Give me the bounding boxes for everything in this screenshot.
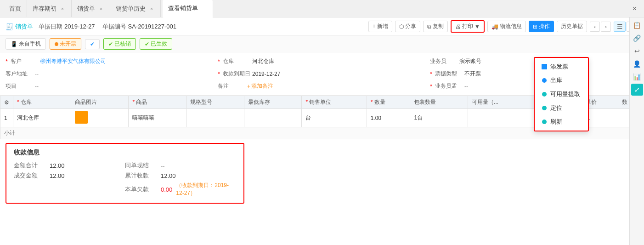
tab-bar: 首页 库存期初 × 销货单 × 销货单历史 × 查看销货单 × × <box>0 0 644 17</box>
due-date-field: * 收款到期日 2019-12-27 <box>218 68 426 79</box>
available-qty-icon <box>541 91 548 97</box>
tab-close-history[interactable]: × <box>148 6 155 12</box>
col-product: 商品 <box>129 96 186 109</box>
row-warehouse: 河北仓库 <box>13 109 71 127</box>
share-icon: ⬡ <box>399 23 404 30</box>
row-pack-qty: 1台 <box>410 109 468 127</box>
sidebar-icon-return[interactable]: ↩ <box>631 45 643 57</box>
effect-button[interactable]: ✔ 已生效 <box>140 38 172 50</box>
col-spec: 规格型号 <box>186 96 244 109</box>
nav-arrows: ‹ › <box>590 22 611 32</box>
doc-number-field: 单据编号 SA-20191227-001 <box>102 23 177 31</box>
window-close-button[interactable]: × <box>629 5 640 13</box>
confirm-button[interactable]: ✔ <box>85 39 100 49</box>
deal-row: 成交金额 12.00 <box>14 171 125 181</box>
dropdown-available-qty[interactable]: 可用量提取 <box>535 87 588 101</box>
outbound-icon <box>541 77 548 84</box>
nav-prev-button[interactable]: ‹ <box>590 22 600 32</box>
action-bar: 📱 来自手机 未开票 ✔ ✔ 已核销 ✔ 已生效 <box>0 36 644 52</box>
row-image <box>71 109 129 127</box>
ops-icon: ⊞ <box>533 23 537 30</box>
logistics-button[interactable]: 🚚 物流信息 <box>487 21 526 32</box>
sidebar-icon-link[interactable]: 🔗 <box>631 32 643 44</box>
sidebar-icon-doc[interactable]: 📋 <box>631 19 643 31</box>
copy-icon: ⧉ <box>427 23 431 30</box>
col-warehouse: 仓库 <box>13 96 71 109</box>
row-no: 1 <box>0 109 13 127</box>
address-field: 客户地址 -- <box>6 68 214 79</box>
history-button[interactable]: 历史单据 <box>557 21 587 32</box>
doc-header: 🧾 销货单 单据日期 2019-12-27 单据编号 SA-20191227-0… <box>0 17 644 36</box>
project-field: 项目 -- <box>6 81 214 91</box>
payment-grid: 金额合计 12.00 成交金额 12.00 同单现结 -- 累计收款 12.00 <box>14 160 236 198</box>
tab-sales-history[interactable]: 销货单历史 × <box>110 0 161 17</box>
open-dot-icon <box>55 42 58 46</box>
open-ticket-button[interactable]: 未开票 <box>50 38 81 50</box>
col-unit: 销售单位 <box>302 96 367 109</box>
cumulative-row: 累计收款 12.00 <box>125 171 236 181</box>
col-min-stock: 最低库存 <box>244 96 302 109</box>
copy-button[interactable]: ⧉ 复制 <box>423 21 448 32</box>
ops-button[interactable]: ⊞ 操作 <box>529 21 554 32</box>
tab-close-view[interactable]: × <box>201 5 207 11</box>
tab-view-sales[interactable]: 查看销货单 × <box>163 0 213 17</box>
sidebar-icon-expand[interactable]: ⤢ <box>631 84 643 96</box>
customer-field: * 客户 柳州粤港平安气体有限公司 <box>6 56 214 67</box>
tab-home[interactable]: 首页 <box>4 0 27 17</box>
new-button[interactable]: + 新增 <box>368 21 392 32</box>
tab-inventory-init[interactable]: 库存期初 × <box>27 0 72 17</box>
main-content: 🧾 销货单 单据日期 2019-12-27 单据编号 SA-20191227-0… <box>0 17 644 245</box>
ops-dropdown-menu: 添发票 出库 可用量提取 定位 刷新 <box>534 57 589 131</box>
dropdown-locate[interactable]: 定位 <box>535 101 588 115</box>
dropdown-refresh[interactable]: 刷新 <box>535 115 588 129</box>
col-available: 可用量（... <box>468 96 535 109</box>
nav-next-button[interactable]: › <box>601 22 611 32</box>
plus-icon: + <box>247 83 250 90</box>
check-icon: ✔ <box>108 41 113 47</box>
row-qty: 1.00 <box>367 109 410 127</box>
from-phone-button[interactable]: 📱 来自手机 <box>6 38 46 50</box>
doc-meta: 单据日期 2019-12-27 单据编号 SA-20191227-001 <box>39 23 176 31</box>
refresh-icon <box>541 119 548 125</box>
table-settings-header[interactable]: ⚙ <box>0 96 13 109</box>
payment-right: 同单现结 -- 累计收款 12.00 本单欠款 0.00 （收款到期日：2019… <box>125 160 236 198</box>
doc-icon: 🧾 <box>6 23 13 30</box>
row-product: 嘻嘻嘻嘻 <box>129 109 186 127</box>
row-spec <box>186 109 244 127</box>
sidebar-icon-chart[interactable]: 📊 <box>631 71 643 83</box>
doc-title: 🧾 销货单 <box>6 23 33 31</box>
doc-date-field: 单据日期 2019-12-27 <box>39 23 95 31</box>
warehouse-field: * 仓库 河北仓库 <box>218 56 426 67</box>
tab-sales-order[interactable]: 销货单 × <box>72 0 110 17</box>
right-sidebar: 📋 🔗 ↩ 👤 📊 ⤢ <box>629 17 644 245</box>
tab-close-inventory[interactable]: × <box>59 6 66 12</box>
dropdown-outbound[interactable]: 出库 <box>535 74 588 87</box>
row-min-stock <box>244 109 302 127</box>
col-image: 商品图片 <box>71 96 129 109</box>
share-button[interactable]: ⬡ 分享 <box>395 21 420 32</box>
effect-icon: ✔ <box>145 41 149 47</box>
locate-icon <box>541 105 548 111</box>
toolbar: + 新增 ⬡ 分享 ⧉ 复制 🖨 打印 ▼ 🚚 物流信息 ⊞ 操作 <box>368 20 638 33</box>
print-dropdown-arrow: ▼ <box>475 23 480 30</box>
col-qty: 数量 <box>367 96 410 109</box>
print-button[interactable]: 🖨 打印 ▼ <box>451 20 485 33</box>
payment-left: 金额合计 12.00 成交金额 12.00 <box>14 160 125 198</box>
payment-box: 收款信息 金额合计 12.00 成交金额 12.00 同单现结 -- 累计收款 <box>6 143 244 204</box>
row-unit: 台 <box>302 109 367 127</box>
sidebar-icon-user[interactable]: 👤 <box>631 58 643 70</box>
print-icon: 🖨 <box>455 23 461 30</box>
confirm-icon: ✔ <box>90 41 95 47</box>
add-note-button[interactable]: + 添加备注 <box>247 82 273 90</box>
owed-row: 本单欠款 0.00 （收款到期日：2019-12-27） <box>125 181 236 198</box>
col-pack-qty: 包装数量 <box>410 96 468 109</box>
dropdown-add-invoice[interactable]: 添发票 <box>535 60 588 74</box>
logistics-icon: 🚚 <box>491 23 498 30</box>
payment-title: 收款信息 <box>14 148 236 157</box>
checked-button[interactable]: ✔ 已核销 <box>103 38 136 50</box>
total-row: 金额合计 12.00 <box>14 160 125 171</box>
list-view-button[interactable]: ☰ <box>614 22 626 32</box>
row-available <box>468 109 535 127</box>
single-settle-row: 同单现结 -- <box>125 160 236 171</box>
tab-close-sales[interactable]: × <box>98 6 104 12</box>
